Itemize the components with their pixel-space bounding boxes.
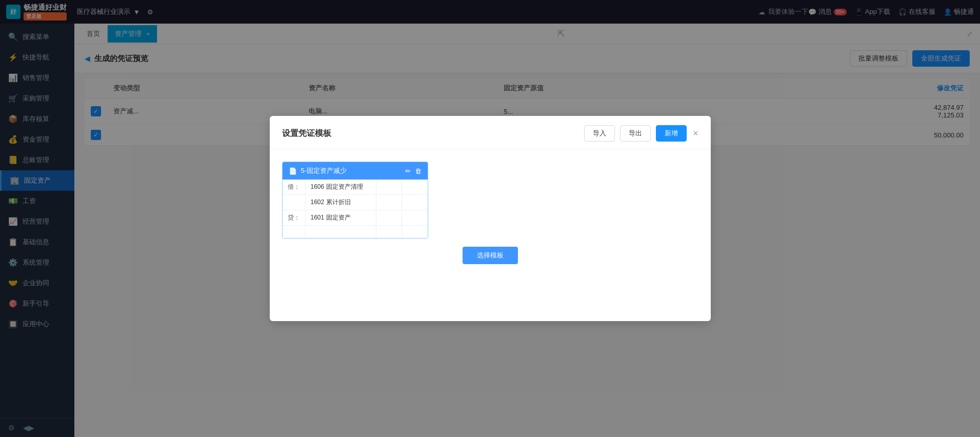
edit-icon[interactable]: ✏ xyxy=(405,167,411,175)
template-card: 📄 5-固定资产减少 ✏ 🗑 借： 1606 固定资产清理 xyxy=(282,162,428,239)
amount-col-5 xyxy=(376,210,402,226)
template-row: 贷： 1601 固定资产 xyxy=(283,210,428,226)
amount-col-2 xyxy=(402,180,428,195)
export-btn[interactable]: 导出 xyxy=(620,125,651,142)
template-file-icon: 📄 xyxy=(289,167,297,175)
template-header-left: 📄 5-固定资产减少 xyxy=(289,166,347,175)
template-table: 借： 1606 固定资产清理 1602 累计折旧 贷： xyxy=(283,180,428,238)
amount-col-6 xyxy=(402,210,428,226)
modal-header: 设置凭证模板 导入 导出 新增 × xyxy=(270,116,711,149)
amount-col-1 xyxy=(376,180,402,195)
entry-type-debit: 借： xyxy=(283,180,306,195)
new-btn[interactable]: 新增 xyxy=(656,125,687,142)
amount-col-4 xyxy=(402,195,428,210)
template-action-icons: ✏ 🗑 xyxy=(405,167,422,175)
account-code-3: 1601 固定资产 xyxy=(305,210,376,226)
amount-col-3 xyxy=(376,195,402,210)
import-btn[interactable]: 导入 xyxy=(584,125,615,142)
account-code-1: 1606 固定资产清理 xyxy=(305,180,376,195)
select-template-btn[interactable]: 选择模板 xyxy=(463,247,518,264)
template-row-empty xyxy=(283,226,428,238)
modal-body: 📄 5-固定资产减少 ✏ 🗑 借： 1606 固定资产清理 xyxy=(270,149,711,276)
entry-type-empty xyxy=(283,195,306,210)
entry-type-credit: 贷： xyxy=(283,210,306,226)
delete-icon[interactable]: 🗑 xyxy=(415,167,422,175)
modal-header-actions: 导入 导出 新增 xyxy=(584,125,687,142)
template-card-header: 📄 5-固定资产减少 ✏ 🗑 xyxy=(283,162,428,180)
template-row: 1602 累计折旧 xyxy=(283,195,428,210)
account-code-2: 1602 累计折旧 xyxy=(305,195,376,210)
voucher-template-modal: 设置凭证模板 导入 导出 新增 × 📄 5-固定资产减少 ✏ 🗑 xyxy=(270,116,711,321)
modal-close-btn[interactable]: × xyxy=(693,128,698,139)
template-name: 5-固定资产减少 xyxy=(301,166,347,175)
modal-title: 设置凭证模板 xyxy=(282,128,331,139)
template-card-body: 借： 1606 固定资产清理 1602 累计折旧 贷： xyxy=(283,180,428,238)
template-row: 借： 1606 固定资产清理 xyxy=(283,180,428,195)
